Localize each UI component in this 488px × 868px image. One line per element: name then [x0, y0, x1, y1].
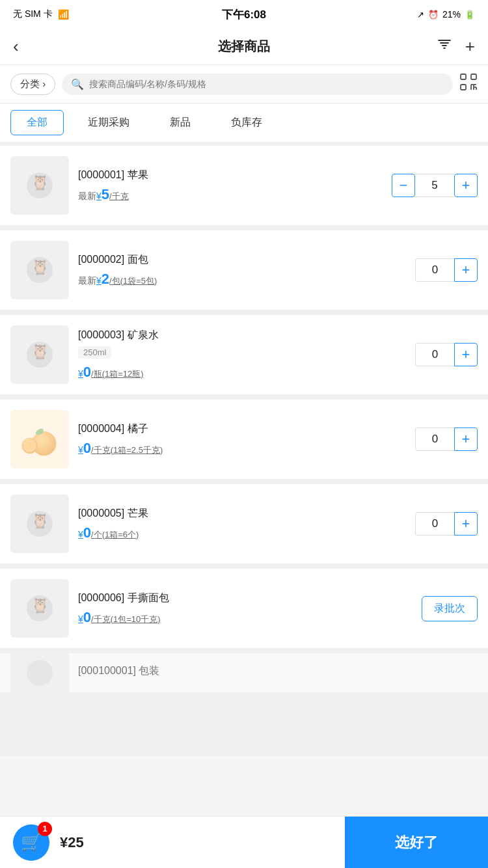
qty-input[interactable]: 0 — [415, 343, 454, 366]
price-value: 0 — [83, 364, 91, 381]
svg-point-29 — [27, 660, 53, 686]
confirm-button[interactable]: 选好了 — [345, 817, 488, 869]
qty-input[interactable]: 0 — [415, 512, 454, 536]
product-price-line: ¥ 0 /瓶(1箱=12瓶) — [78, 364, 406, 381]
alarm-icon: ⏰ — [428, 10, 439, 20]
product-price-line: 最新 ¥ 5 /千克 — [78, 186, 383, 203]
cart-total: ¥25 — [60, 834, 84, 851]
battery-icon: 🔋 — [465, 10, 475, 20]
carrier-label: 无 SIM 卡 — [13, 8, 53, 20]
svg-rect-2 — [461, 85, 466, 90]
qty-plus-button[interactable]: + — [454, 427, 478, 451]
table-row: [000100001] 包装 — [0, 653, 488, 692]
latest-label: 最新 — [78, 275, 96, 287]
product-info-000100001: [000100001] 包装 — [78, 664, 478, 682]
price-unit: /千克(1箱=2.5千克) — [91, 444, 163, 456]
filter-icon[interactable] — [437, 37, 452, 57]
wifi-icon: 📶 — [58, 9, 69, 20]
scan-icon[interactable] — [459, 73, 478, 95]
product-info-0000002: [0000002] 面包 最新 ¥ 2 /包(1袋=5包) — [78, 253, 406, 288]
product-name: [0000002] 面包 — [78, 253, 406, 267]
svg-text:🦉: 🦉 — [31, 343, 49, 360]
product-name: [0000005] 芒果 — [78, 507, 406, 521]
product-price-line: ¥ 0 /个(1箱=6个) — [78, 524, 406, 541]
qty-plus-button[interactable]: + — [454, 258, 478, 282]
price-unit: /千克(1包=10千克) — [91, 614, 161, 625]
tab-new[interactable]: 新品 — [154, 110, 207, 135]
product-name: [0000003] 矿泉水 — [78, 329, 406, 342]
table-row: 🦉 [0000001] 苹果 最新 ¥ 5 /千克 − 5 + — [0, 146, 488, 225]
table-row: 🦉 [0000003] 矿泉水 250ml ¥ 0 /瓶(1箱=12瓶) 0 + — [0, 315, 488, 394]
svg-text:🦉: 🦉 — [31, 174, 49, 191]
product-image-0000001: 🦉 — [10, 156, 69, 215]
cart-area: 🛒 1 ¥25 — [13, 824, 84, 861]
cart-icon[interactable]: 🛒 1 — [13, 824, 49, 861]
product-name: [0000004] 橘子 — [78, 422, 406, 436]
nav-actions: + — [437, 36, 475, 57]
price-unit: /个(1箱=6个) — [91, 529, 139, 541]
svg-text:🦉: 🦉 — [31, 512, 49, 530]
price-unit: /千克 — [109, 191, 129, 202]
svg-text:🦉: 🦉 — [31, 258, 49, 276]
table-row: 🦉 [0000002] 面包 最新 ¥ 2 /包(1袋=5包) 0 + — [0, 230, 488, 310]
qty-control-0000002: 0 + — [415, 258, 478, 282]
product-info-0000005: [0000005] 芒果 ¥ 0 /个(1箱=6个) — [78, 507, 406, 541]
svg-rect-1 — [471, 74, 476, 79]
product-image-000100001 — [10, 653, 69, 692]
filter-row: 分类 › 🔍 — [0, 65, 488, 103]
qty-input[interactable]: 0 — [415, 427, 454, 451]
currency-symbol: ¥ — [78, 614, 83, 624]
product-image-0000002: 🦉 — [10, 241, 69, 299]
tab-recent[interactable]: 近期采购 — [72, 110, 146, 135]
table-row: [0000004] 橘子 ¥ 0 /千克(1箱=2.5千克) 0 + — [0, 400, 488, 479]
price-value: 0 — [83, 609, 91, 626]
qty-input[interactable]: 0 — [415, 258, 454, 282]
table-row: 🦉 [0000006] 手撕面包 ¥ 0 /千克(1包=10千克) 录批次 — [0, 569, 488, 648]
product-image-0000005: 🦉 — [10, 495, 69, 553]
product-info-0000003: [0000003] 矿泉水 250ml ¥ 0 /瓶(1箱=12瓶) — [78, 329, 406, 381]
currency-symbol: ¥ — [78, 444, 83, 455]
tab-all[interactable]: 全部 — [10, 110, 64, 135]
search-icon: 🔍 — [71, 78, 84, 90]
qty-control-0000005: 0 + — [415, 512, 478, 536]
qty-input[interactable]: 5 — [415, 174, 454, 197]
product-image-0000006: 🦉 — [10, 579, 69, 638]
qty-control-0000001: − 5 + — [392, 174, 478, 197]
page-title: 选择商品 — [218, 38, 270, 55]
product-name: [0000006] 手撕面包 — [78, 591, 413, 605]
qty-plus-button[interactable]: + — [454, 512, 478, 536]
search-input[interactable] — [89, 79, 444, 89]
status-right: ↗ ⏰ 21% 🔋 — [417, 9, 475, 20]
price-value: 0 — [83, 440, 91, 457]
search-box: 🔍 — [62, 74, 453, 95]
cart-badge: 1 — [38, 822, 52, 836]
price-unit: /包(1袋=5包) — [109, 275, 157, 287]
add-icon[interactable]: + — [465, 36, 475, 57]
currency-symbol: ¥ — [78, 529, 83, 539]
price-unit: /瓶(1箱=12瓶) — [91, 368, 144, 380]
back-button[interactable]: ‹ — [13, 36, 19, 57]
category-button[interactable]: 分类 › — [10, 74, 55, 95]
location-icon: ↗ — [417, 10, 424, 20]
product-name: [0000001] 苹果 — [78, 169, 383, 182]
status-time: 下午6:08 — [222, 7, 266, 22]
tab-negative[interactable]: 负库存 — [215, 110, 278, 135]
status-left: 无 SIM 卡 📶 — [13, 8, 69, 20]
nav-bar: ‹ 选择商品 + — [0, 29, 488, 65]
qty-plus-button[interactable]: + — [454, 343, 478, 366]
status-bar: 无 SIM 卡 📶 下午6:08 ↗ ⏰ 21% 🔋 — [0, 0, 488, 29]
latest-label: 最新 — [78, 191, 96, 202]
product-image-0000004 — [10, 410, 69, 468]
currency-symbol: ¥ — [96, 275, 102, 286]
qty-plus-button[interactable]: + — [454, 174, 478, 197]
product-info-0000001: [0000001] 苹果 最新 ¥ 5 /千克 — [78, 169, 383, 203]
bottom-bar: 🛒 1 ¥25 选好了 — [0, 816, 488, 868]
qty-control-0000004: 0 + — [415, 427, 478, 451]
qty-control-0000003: 0 + — [415, 343, 478, 366]
product-info-0000006: [0000006] 手撕面包 ¥ 0 /千克(1包=10千克) — [78, 591, 413, 626]
batch-button[interactable]: 录批次 — [422, 596, 478, 621]
qty-minus-button[interactable]: − — [392, 174, 415, 197]
price-value: 5 — [102, 186, 109, 203]
product-price-line: 最新 ¥ 2 /包(1袋=5包) — [78, 271, 406, 288]
qty-control-0000006: 录批次 — [422, 596, 478, 621]
